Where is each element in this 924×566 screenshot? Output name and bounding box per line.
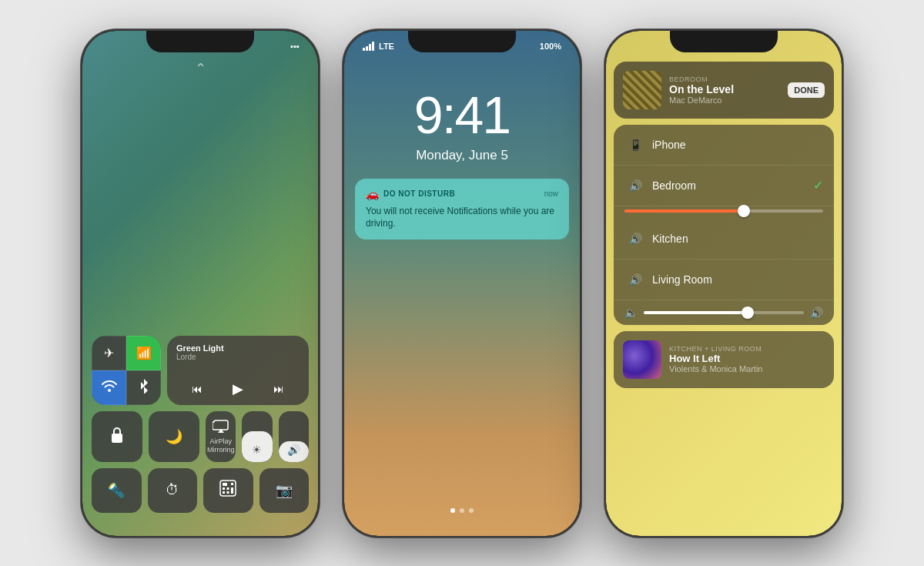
cc-bottom-row: 🔦 ⏱ — [92, 468, 309, 513]
music-artist-name: Lorde — [176, 353, 300, 361]
airplay-devices-list: 📱 iPhone 🔊 Bedroom ✓ — [614, 125, 834, 325]
airplay-panel: BEDROOM On the Level Mac DeMarco DONE 📱 … — [614, 62, 834, 528]
dnd-car-icon: 🚗 — [366, 188, 379, 200]
device-iphone-label: iPhone — [652, 139, 809, 151]
battery-icon: ▪▪▪ — [290, 42, 300, 51]
svg-rect-0 — [112, 434, 122, 443]
signal-bar-4 — [372, 42, 374, 51]
np-room: BEDROOM — [669, 75, 780, 83]
device-bedroom[interactable]: 🔊 Bedroom ✓ — [614, 166, 834, 206]
svg-rect-3 — [223, 487, 225, 490]
next-btn[interactable]: ⏭ — [273, 383, 284, 395]
device-kitchen[interactable]: 🔊 Kitchen — [614, 219, 834, 260]
signal-bar-2 — [366, 46, 368, 51]
play-btn[interactable]: ▶ — [233, 380, 243, 397]
cc-mid-row: 🌙 AirPlayMirroring ☀ — [92, 411, 309, 462]
cc-top-row: ✈ 📶 — [92, 336, 309, 405]
cc-music-tile: Green Light Lorde ⏮ ▶ ⏭ — [167, 336, 309, 405]
bedroom-vol-bar[interactable] — [624, 209, 823, 213]
cc-camera-btn[interactable]: 📷 — [259, 468, 310, 513]
music-song-title: Green Light — [176, 343, 300, 353]
control-center-panel: ✈ 📶 — [92, 336, 309, 513]
camera-icon: 📷 — [276, 482, 293, 499]
dnd-title-row: 🚗 DO NOT DISTURB — [366, 188, 455, 200]
airplane-icon: ✈ — [104, 346, 114, 360]
cc-connectivity-tile: ✈ 📶 — [92, 336, 161, 405]
cc-dnd-btn[interactable]: 🌙 — [149, 411, 199, 462]
bedroom-vol-thumb — [738, 205, 750, 217]
cc-volume-slider[interactable]: 🔊 — [279, 411, 309, 462]
dnd-body: You will not receive Notifications while… — [366, 205, 558, 231]
flashlight-icon: 🔦 — [108, 482, 125, 499]
signal-bars — [363, 42, 374, 51]
np-artist: Mac DeMarco — [669, 95, 780, 105]
cc-timer-btn[interactable]: ⏱ — [148, 468, 198, 513]
second-title: How It Left — [669, 353, 825, 364]
lock-screen-dots — [450, 508, 474, 513]
cc-brightness-slider[interactable]: ☀ — [242, 411, 272, 462]
timer-icon: ⏱ — [166, 482, 179, 498]
bedroom-volume-row — [614, 206, 834, 219]
lock-icon — [109, 426, 125, 447]
cc-lock-btn[interactable] — [92, 411, 142, 462]
notch-1 — [146, 31, 254, 52]
second-room: KITCHEN + LIVING ROOM — [669, 345, 825, 353]
master-vol-slider[interactable] — [644, 311, 804, 314]
screen-2: LTE 100% 9:41 Monday, June 5 🚗 DO NOT DI… — [344, 31, 580, 536]
second-track-card: KITCHEN + LIVING ROOM How It Left Violen… — [614, 331, 834, 388]
cc-airplay-btn[interactable]: AirPlayMirroring — [206, 411, 236, 462]
np-album-art — [623, 71, 661, 109]
prev-btn[interactable]: ⏮ — [192, 383, 203, 395]
bedroom-check: ✓ — [813, 178, 823, 193]
signal-icon: 📶 — [136, 346, 152, 360]
device-bedroom-label: Bedroom — [652, 179, 813, 192]
status-right: ▪▪▪ — [290, 42, 300, 51]
living-room-device-icon: 🔊 — [624, 269, 646, 290]
wifi-btn[interactable] — [92, 370, 126, 405]
bedroom-vol-fill — [624, 209, 744, 213]
svg-rect-2 — [223, 483, 227, 486]
signal-bar-1 — [363, 48, 365, 51]
screen-3: BEDROOM On the Level Mac DeMarco DONE 📱 … — [606, 31, 842, 536]
done-button[interactable]: DONE — [788, 82, 825, 98]
carrier-label: LTE — [379, 42, 394, 51]
dnd-title: DO NOT DISTURB — [383, 189, 455, 198]
np-title: On the Level — [669, 83, 780, 95]
music-title-row: Green Light Lorde — [176, 343, 300, 361]
device-living-room[interactable]: 🔊 Living Room — [614, 260, 834, 300]
dnd-notification: 🚗 DO NOT DISTURB now You will not receiv… — [355, 179, 569, 240]
moon-icon: 🌙 — [166, 428, 182, 445]
music-controls: ⏮ ▶ ⏭ — [176, 380, 300, 397]
phone-control-center: ▪▪▪ ⌃ ✈ 📶 — [81, 29, 320, 538]
battery-level: 100% — [540, 42, 561, 51]
lock-signal: LTE — [363, 42, 394, 51]
svg-rect-4 — [223, 491, 225, 494]
dnd-time: now — [544, 189, 558, 198]
device-living-room-label: Living Room — [652, 273, 809, 286]
np-info: BEDROOM On the Level Mac DeMarco — [669, 75, 780, 105]
brightness-icon: ☀ — [252, 444, 262, 456]
bluetooth-btn[interactable] — [126, 370, 161, 405]
second-album-art — [623, 340, 661, 379]
master-vol-fill — [644, 311, 748, 314]
svg-rect-6 — [227, 491, 229, 494]
cc-flashlight-btn[interactable]: 🔦 — [92, 468, 142, 513]
airplay-icon — [213, 419, 229, 436]
signal-btn[interactable]: 📶 — [126, 336, 161, 370]
dot-1 — [450, 508, 455, 513]
now-playing-card: BEDROOM On the Level Mac DeMarco DONE — [614, 62, 834, 119]
iphone-device-icon: 📱 — [624, 134, 646, 156]
second-artist: Violents & Monica Martin — [669, 364, 825, 373]
dnd-header: 🚗 DO NOT DISTURB now — [366, 188, 558, 200]
svg-rect-5 — [227, 487, 229, 490]
signal-bar-3 — [369, 44, 371, 51]
device-iphone[interactable]: 📱 iPhone — [614, 125, 834, 166]
lock-date: Monday, June 5 — [344, 148, 580, 163]
cc-calc-btn[interactable] — [203, 468, 253, 513]
calc-icon — [219, 480, 236, 501]
wifi-icon — [102, 380, 117, 395]
airplane-btn[interactable]: ✈ — [92, 336, 126, 370]
lock-time: 9:41 — [344, 85, 580, 145]
kitchen-device-icon: 🔊 — [624, 228, 646, 250]
dot-3 — [469, 508, 474, 513]
